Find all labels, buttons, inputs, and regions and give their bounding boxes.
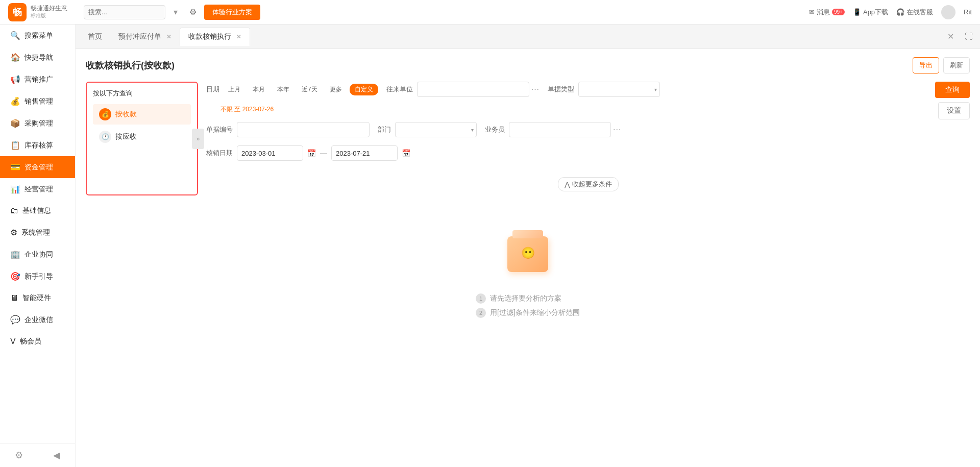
date-btn-custom[interactable]: 自定义 <box>350 84 378 95</box>
date-btn-7days[interactable]: 近7天 <box>297 83 322 96</box>
collapse-more-row: ⋀ 收起更多条件 <box>206 177 970 191</box>
system-icon: ⚙ <box>10 228 17 237</box>
writeoff-end-input[interactable] <box>331 145 398 161</box>
header-gear-icon[interactable]: ⚙ <box>186 5 200 19</box>
tab-right-actions: ✕ ⛶ <box>943 30 976 44</box>
operation-icon: 📊 <box>10 184 20 194</box>
page-content: 收款核销执行(按收款) 导出 刷新 按以下方查询 💰 按收款 <box>76 49 980 467</box>
online-service-btn[interactable]: 🎧 在线客服 <box>896 8 933 17</box>
writeoff-end-cal-icon[interactable]: 📅 <box>402 149 410 157</box>
filter-by-receipt[interactable]: 💰 按收款 <box>93 104 191 125</box>
query-btn-col: 查询 设置 <box>935 82 970 119</box>
date-range-separator: — <box>320 149 327 157</box>
sidebar-label-operation: 经营管理 <box>24 185 53 194</box>
sidebar-item-finance[interactable]: 💳 资金管理 <box>0 156 75 178</box>
doc-number-input[interactable] <box>237 122 370 137</box>
tab-prepay-close[interactable]: ✕ <box>166 33 172 40</box>
date-field: 日期 上月 本月 本年 近7天 更多 自定义 <box>206 83 378 96</box>
counterparty-input-group: ··· <box>417 82 540 97</box>
sidebar-item-system[interactable]: ⚙ 系统管理 <box>0 222 75 243</box>
empty-state: 😶 1 请先选择要分析的方案 2 用[过滤]条件来缩小分析范围 <box>86 195 970 349</box>
filter-collapse-btn[interactable]: » <box>192 129 204 149</box>
counterparty-field: 往来单位 ··· <box>386 82 540 97</box>
tab-prepay[interactable]: 预付冲应付单 ✕ <box>110 28 180 46</box>
salesperson-input[interactable] <box>509 122 611 137</box>
user-avatar[interactable] <box>941 5 955 19</box>
tab-close-all-btn[interactable]: ✕ <box>943 30 958 44</box>
sidebar-item-inventory[interactable]: 📋 库存核算 <box>0 134 75 156</box>
sidebar-item-basic-info[interactable]: 🗂 基础信息 <box>0 200 75 222</box>
collapse-more-btn[interactable]: ⋀ 收起更多条件 <box>558 177 619 191</box>
sidebar-item-wechat[interactable]: 💬 企业微信 <box>0 309 75 331</box>
sidebar-item-member[interactable]: V 畅会员 <box>0 331 75 352</box>
counterparty-label: 往来单位 <box>386 85 413 94</box>
filter-row-2: 单据编号 部门 <box>206 122 929 137</box>
sidebar-label-member: 畅会员 <box>20 337 41 346</box>
page-title-bar: 收款核销执行(按收款) 导出 刷新 <box>86 57 970 73</box>
wechat-icon: 💬 <box>10 315 20 325</box>
doc-type-field: 单据类型 <box>548 82 660 97</box>
empty-image: 😶 <box>497 226 558 287</box>
smart-hw-icon: 🖥 <box>10 293 18 303</box>
message-btn[interactable]: ✉ 消息 99+ <box>809 8 845 17</box>
sidebar-label-finance: 资金管理 <box>24 163 53 172</box>
header-search-input[interactable] <box>84 5 165 19</box>
date-btn-this-month[interactable]: 本月 <box>248 83 270 96</box>
sidebar-label-smart-hw: 智能硬件 <box>22 293 51 303</box>
salesperson-dots-btn[interactable]: ··· <box>613 125 621 134</box>
logo-badge: 标准版 <box>31 12 67 19</box>
filter-row-1: 日期 上月 本月 本年 近7天 更多 自定义 <box>206 82 929 169</box>
sales-icon: 💰 <box>10 96 20 106</box>
query-btn[interactable]: 查询 <box>935 82 970 98</box>
filter-section: 按以下方查询 💰 按收款 🕐 按应收 » <box>86 82 970 195</box>
refresh-btn[interactable]: 刷新 <box>943 57 970 73</box>
sidebar-item-quick-nav[interactable]: 🏠 快捷导航 <box>0 46 75 68</box>
tab-expand-btn[interactable]: ⛶ <box>962 30 976 44</box>
sidebar-item-enterprise[interactable]: 🏢 企业协同 <box>0 243 75 265</box>
doc-type-select[interactable] <box>578 82 660 97</box>
sidebar-item-smart-hw[interactable]: 🖥 智能硬件 <box>0 287 75 309</box>
date-btn-this-year[interactable]: 本年 <box>273 83 294 96</box>
date-btn-more[interactable]: 更多 <box>325 83 347 96</box>
export-btn[interactable]: 导出 <box>913 57 939 73</box>
sidebar-item-marketing[interactable]: 📢 营销推广 <box>0 68 75 90</box>
empty-face-icon: 😶 <box>521 247 535 260</box>
member-icon: V <box>10 337 16 346</box>
sidebar-item-purchase[interactable]: 📦 采购管理 <box>0 112 75 134</box>
date-btn-last-month[interactable]: 上月 <box>224 83 245 96</box>
header-dropdown-btn[interactable]: ▾ <box>169 6 182 18</box>
sidebar-settings-icon[interactable]: ⚙ <box>15 450 23 461</box>
sidebar-item-operation[interactable]: 📊 经营管理 <box>0 178 75 200</box>
collapse-more-label: 收起更多条件 <box>572 180 612 189</box>
tab-prepay-label: 预付冲应付单 <box>118 32 161 41</box>
tab-receipt-write-off[interactable]: 收款核销执行 ✕ <box>180 28 250 46</box>
tab-home[interactable]: 首页 <box>80 28 110 46</box>
app-icon: 📱 <box>853 8 861 16</box>
tab-receipt-close[interactable]: ✕ <box>236 33 241 40</box>
industry-btn[interactable]: 体验行业方案 <box>204 5 260 20</box>
doc-type-label: 单据类型 <box>548 85 574 94</box>
by-receipt-label: 按收款 <box>115 110 137 119</box>
sidebar-item-sales[interactable]: 💰 销售管理 <box>0 90 75 112</box>
sidebar-item-guide[interactable]: 🎯 新手引导 <box>0 265 75 287</box>
writeoff-date-label: 核销日期 <box>206 149 233 158</box>
header-right: ✉ 消息 99+ 📱 App下载 🎧 在线客服 Rit <box>809 5 972 19</box>
writeoff-start-input[interactable] <box>237 145 303 161</box>
counterparty-dots-btn[interactable]: ··· <box>531 85 540 94</box>
app-download-btn[interactable]: 📱 App下载 <box>853 8 888 17</box>
sidebar-label-purchase: 采购管理 <box>24 119 53 128</box>
counterparty-input[interactable] <box>417 82 529 97</box>
sidebar-item-search-menu[interactable]: 🔍 搜索菜单 <box>0 24 75 46</box>
sidebar-collapse-icon[interactable]: ◀ <box>53 450 60 461</box>
department-select[interactable] <box>395 122 477 137</box>
top-header: 畅 畅捷通好生意 标准版 ▾ ⚙ 体验行业方案 ✉ 消息 99+ 📱 App下载… <box>0 0 980 24</box>
logo-area: 畅 畅捷通好生意 标准版 <box>8 3 84 21</box>
online-service-label: 在线客服 <box>906 8 933 17</box>
empty-tip-1: 1 请先选择要分析的方案 <box>476 293 580 304</box>
salesperson-field: 业务员 ··· <box>485 122 621 137</box>
filter-by-receivable[interactable]: 🕐 按应收 <box>93 127 191 147</box>
setting-btn[interactable]: 设置 <box>938 102 970 119</box>
sidebar-label-sales: 销售管理 <box>24 97 53 106</box>
sidebar-label-wechat: 企业微信 <box>24 315 53 325</box>
writeoff-start-cal-icon[interactable]: 📅 <box>307 149 316 157</box>
